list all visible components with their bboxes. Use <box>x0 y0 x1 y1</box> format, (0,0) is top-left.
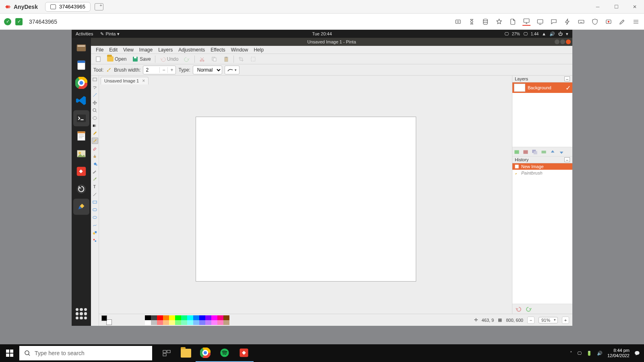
palette-swatch[interactable] <box>175 315 181 320</box>
color-swap[interactable] <box>101 315 113 326</box>
history-redo[interactable] <box>525 306 533 312</box>
palette-swatch[interactable] <box>193 315 199 320</box>
layer-duplicate[interactable] <box>531 148 539 155</box>
tool-rounded-rect[interactable] <box>92 206 98 213</box>
palette-swatch[interactable] <box>163 320 169 325</box>
tool-color-picker[interactable] <box>92 168 98 175</box>
history-minimize[interactable]: – <box>564 157 570 162</box>
deselect-button[interactable] <box>248 55 258 63</box>
pinta-minimize[interactable] <box>555 39 559 44</box>
palette-swatch[interactable] <box>169 320 175 325</box>
system-tray[interactable]: 🖵 27% 🖵 1.44 ▲ 🔊 ⏻ ▾ <box>504 31 568 37</box>
menu-file[interactable]: File <box>93 46 106 53</box>
brush-width-decrease[interactable]: − <box>159 67 167 73</box>
pinta-maximize[interactable] <box>560 39 565 44</box>
tool-gradient[interactable] <box>92 122 98 129</box>
brush-width-input[interactable] <box>143 67 159 73</box>
palette-swatch[interactable] <box>223 320 229 325</box>
taskbar-task-view[interactable] <box>157 344 176 362</box>
display-settings-icon[interactable] <box>522 18 530 26</box>
anydesk-session-tab[interactable]: 374643965 <box>45 2 91 12</box>
tool-rect-select[interactable] <box>92 76 98 83</box>
palette-swatch[interactable] <box>187 315 193 320</box>
dock-software-updater[interactable] <box>73 181 89 197</box>
palette-swatch[interactable] <box>217 315 223 320</box>
maximize-button[interactable]: ☐ <box>607 0 625 14</box>
dock-terminal[interactable] <box>73 110 89 126</box>
menu-view[interactable]: View <box>121 46 136 53</box>
history-undo[interactable] <box>514 306 522 312</box>
file-transfer-icon[interactable] <box>509 18 517 26</box>
close-button[interactable]: ✕ <box>625 0 644 14</box>
activities-button[interactable]: Activities <box>76 31 93 36</box>
layer-row[interactable]: Background ✓ <box>512 82 572 93</box>
tool-pan[interactable] <box>92 237 98 243</box>
brush-type-select[interactable]: Normal <box>193 66 222 74</box>
taskbar-clock[interactable]: 8:44 pm 12/04/2022 <box>607 348 630 358</box>
zoom-select[interactable]: 91% <box>539 317 558 323</box>
zoom-in-button[interactable]: + <box>562 317 569 324</box>
cut-button[interactable] <box>197 55 207 63</box>
tray-volume-icon[interactable]: 🔊 <box>597 351 603 356</box>
palette-swatch[interactable] <box>169 315 175 320</box>
palette-swatch[interactable] <box>145 315 151 320</box>
palette-swatch[interactable] <box>211 315 217 320</box>
tray-screen-icon[interactable]: 🖵 <box>577 351 582 356</box>
palette-swatch[interactable] <box>199 315 205 320</box>
palette-swatch[interactable] <box>211 320 217 325</box>
tool-shapes[interactable] <box>92 229 98 236</box>
foreground-color[interactable] <box>101 315 107 321</box>
line-style-button[interactable]: ▾ <box>225 66 239 74</box>
tool-line[interactable] <box>92 191 98 197</box>
background-color[interactable] <box>106 319 112 325</box>
tool-zoom[interactable] <box>92 107 98 113</box>
undo-button[interactable]: Undo <box>158 55 180 63</box>
taskbar-explorer[interactable] <box>176 344 196 362</box>
sync-clipboard-icon[interactable] <box>454 18 462 26</box>
palette-swatch[interactable] <box>157 320 163 325</box>
dock-anydesk[interactable] <box>73 163 89 179</box>
taskbar-spotify[interactable] <box>215 344 234 362</box>
palette-swatch[interactable] <box>157 315 163 320</box>
redo-button[interactable] <box>182 55 192 63</box>
dock-vscode[interactable] <box>73 93 89 109</box>
taskbar-search[interactable]: Type here to search <box>19 346 152 360</box>
canvas-area[interactable] <box>99 84 512 314</box>
database-icon[interactable] <box>481 18 489 26</box>
favorite-icon[interactable] <box>495 18 503 26</box>
save-button[interactable]: Save <box>130 55 152 63</box>
tool-text[interactable]: T <box>92 183 98 190</box>
actions-icon[interactable] <box>564 18 572 26</box>
palette-swatch[interactable] <box>175 320 181 325</box>
tool-paintbrush[interactable] <box>92 138 98 144</box>
palette-swatch[interactable] <box>163 315 169 320</box>
palette-swatch[interactable] <box>145 320 151 325</box>
document-tab[interactable]: Unsaved Image 1 × <box>101 77 149 84</box>
tool-pencil[interactable] <box>92 130 98 136</box>
privacy-icon[interactable] <box>591 18 599 26</box>
ubuntu-clock[interactable]: Tue 20:44 <box>312 31 332 36</box>
palette-swatch[interactable] <box>205 315 211 320</box>
menu-help[interactable]: Help <box>251 46 266 53</box>
layers-minimize[interactable]: – <box>564 76 570 81</box>
pinta-close[interactable] <box>566 39 571 44</box>
palette-swatch[interactable] <box>193 320 199 325</box>
palette-swatch[interactable] <box>151 320 157 325</box>
menu-edit[interactable]: Edit <box>107 46 120 53</box>
keyboard-icon[interactable] <box>577 18 585 26</box>
dock-pinta[interactable] <box>73 199 89 215</box>
document-tab-close[interactable]: × <box>142 78 145 84</box>
notifications-icon[interactable]: 💬 <box>634 351 640 356</box>
taskbar-chrome[interactable] <box>196 344 215 362</box>
palette-swatch[interactable] <box>199 320 205 325</box>
menu-icon[interactable] <box>632 18 640 26</box>
dock-chrome[interactable] <box>73 75 89 91</box>
monitor-icon[interactable] <box>536 18 544 26</box>
dock-image-viewer[interactable] <box>73 146 89 162</box>
tool-lasso[interactable] <box>92 84 98 90</box>
layer-delete[interactable] <box>522 148 530 155</box>
menu-window[interactable]: Window <box>229 46 251 53</box>
tool-magic-wand[interactable] <box>92 92 98 98</box>
tray-chevron-icon[interactable]: ˄ <box>570 351 572 356</box>
dock-files[interactable] <box>73 39 89 56</box>
